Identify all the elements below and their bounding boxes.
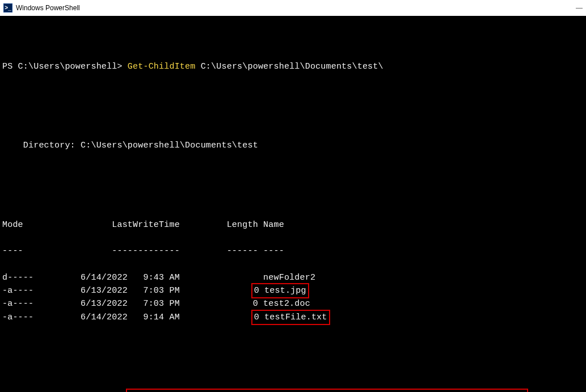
powershell-icon: >_ xyxy=(3,3,12,12)
table-header: Mode LastWriteTime Length Name xyxy=(2,218,584,231)
cmdlet: Get-ChildItem xyxy=(128,62,196,71)
table-row: d----- 6/14/2022 9:43 AM newFolder2 xyxy=(2,271,584,284)
table-divider: ---- ------------- ------ ---- xyxy=(2,245,584,258)
cmd-arg: C:\Users\powershell\Documents\test\ xyxy=(195,62,383,71)
table-row: -a---- 6/14/2022 9:14 AM 0 testFile.txt xyxy=(2,311,584,324)
table-row: -a---- 6/13/2022 7:03 PM 0 test.jpg xyxy=(2,284,584,297)
highlighted-file: 0 testFile.txt xyxy=(251,310,330,325)
highlighted-file: 0 test.jpg xyxy=(251,283,309,298)
prompt: PS C:\Users\powershell> xyxy=(2,62,128,71)
window-title: Windows PowerShell xyxy=(16,3,80,14)
table-row: -a---- 6/13/2022 7:03 PM 0 test2.doc xyxy=(2,297,584,310)
window-controls: — xyxy=(576,3,583,14)
highlighted-command: Remove-Item -Path C:\Users\powershell\Do… xyxy=(126,389,528,392)
terminal-output[interactable]: PS C:\Users\powershell> Get-ChildItem C:… xyxy=(0,16,586,392)
titlebar: >_ Windows PowerShell — xyxy=(0,0,586,16)
minimize-icon[interactable]: — xyxy=(576,3,583,14)
directory-line: Directory: C:\Users\powershell\Documents… xyxy=(2,139,584,152)
